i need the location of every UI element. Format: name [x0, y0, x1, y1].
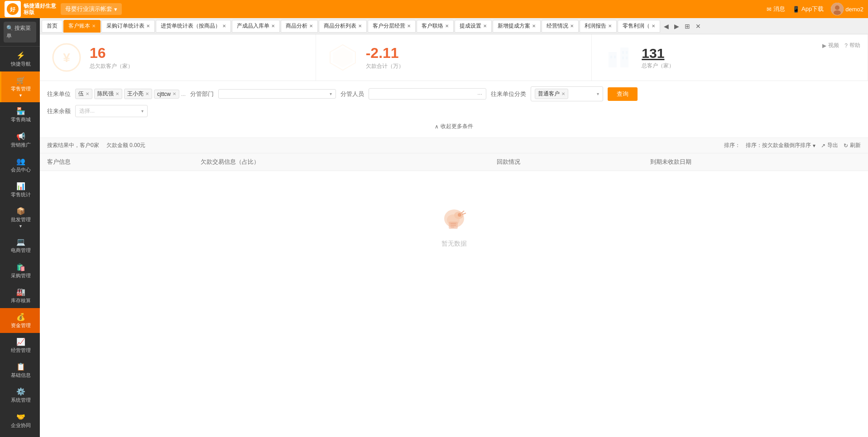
- download-icon: 📱: [792, 6, 800, 13]
- tabs-close-all-btn[interactable]: ✕: [693, 23, 704, 30]
- sidebar-nav-item-ecommerce[interactable]: 💻 电商管理: [0, 233, 40, 258]
- retail-store-icon: 🏪: [16, 107, 25, 115]
- filter-tag-cjttcw: cjttcw ✕: [154, 90, 179, 99]
- tabs-scroll-right[interactable]: ▶: [671, 23, 682, 30]
- content-area: 首页 客户账本 ✕ 采购订单统计表 ✕ 进货单统计表（按商品） ✕ 产成品入库单…: [40, 18, 868, 437]
- close-tab-goods-analysis[interactable]: ✕: [309, 24, 313, 28]
- tab-customer-ledger[interactable]: 客户账本 ✕: [63, 20, 101, 33]
- sidebar-nav-item-enterprise[interactable]: 🤝 企业协同: [0, 408, 40, 433]
- tab-product-warehousing[interactable]: 产成品入库单 ✕: [232, 20, 280, 33]
- unit-filter-label: 往来单位: [47, 90, 71, 98]
- filter-more-btn[interactable]: ...: [181, 91, 186, 97]
- close-tab-retail-profit[interactable]: ✕: [652, 24, 655, 28]
- close-tab-warehousing[interactable]: ✕: [271, 24, 275, 28]
- industry-selector[interactable]: 母婴行业演示帐套 ▾: [61, 3, 122, 15]
- help-btn[interactable]: ? 帮助: [844, 42, 860, 49]
- tabs-scroll-left[interactable]: ◀: [661, 23, 671, 30]
- diamond-bg-icon: [327, 42, 359, 73]
- sidebar-nav-item-guide[interactable]: 🎯 新手引导: [0, 433, 40, 437]
- tab-profit-report[interactable]: 利润报告 ✕: [580, 20, 617, 33]
- messages-btn[interactable]: ✉ 消息: [767, 5, 785, 13]
- tab-new-commission[interactable]: 新增提成方案 ✕: [493, 20, 541, 33]
- person-more-icon[interactable]: ···: [477, 90, 482, 97]
- sidebar-nav-item-inventory[interactable]: 🏭 库存核算: [0, 283, 40, 308]
- refresh-button[interactable]: ↻ 刷新: [844, 142, 861, 149]
- dept-arrow-icon: ▾: [330, 91, 332, 96]
- tab-commission-setting[interactable]: 提成设置 ✕: [455, 20, 492, 33]
- tab-goods-analysis-list[interactable]: 商品分析列表 ✕: [319, 20, 367, 33]
- sidebar-nav-item-wholesale[interactable]: 📦 批发管理 ▼: [0, 202, 40, 233]
- dept-select[interactable]: ▾: [218, 89, 336, 99]
- close-tab-customer-contact[interactable]: ✕: [445, 24, 449, 28]
- stat-item-amount: -2.11 欠款合计（万）: [316, 34, 592, 81]
- top-bar-right: ✉ 消息 📱 App下载 demo2: [767, 3, 863, 15]
- sidebar-nav-item-member[interactable]: 👥 会员中心: [0, 152, 40, 177]
- video-btn[interactable]: ▶ 视频: [822, 42, 839, 49]
- sidebar-nav-item-retail-mgmt[interactable]: 🛒 零售管理 ▼: [0, 71, 40, 102]
- collapse-up-icon: ∧: [435, 124, 439, 130]
- tab-customer-contact[interactable]: 客户联络 ✕: [417, 20, 454, 33]
- close-tab-purchase[interactable]: ✕: [146, 24, 150, 28]
- export-button[interactable]: ↗ 导出: [821, 142, 838, 149]
- close-tab-customer-layer[interactable]: ✕: [407, 24, 411, 28]
- balance-select[interactable]: 选择... ▾: [75, 105, 148, 117]
- collapse-button[interactable]: ∧ 收起更多条件: [435, 123, 473, 130]
- results-bar: 搜索结果中，客户0家 欠款金额 0.00元 排序： 排序：按欠款金额倒序排序 ▾…: [40, 138, 868, 153]
- remove-tag-wu[interactable]: ✕: [86, 91, 89, 96]
- yuan-bg-icon: ¥: [51, 42, 82, 73]
- tab-retail-profit[interactable]: 零售利润（ ✕: [618, 20, 660, 33]
- close-tab-customer-ledger[interactable]: ✕: [92, 24, 96, 28]
- class-select[interactable]: 普通客户 ✕ ▾: [531, 86, 603, 101]
- remove-class-tag[interactable]: ✕: [561, 91, 565, 96]
- stat-value-amount: -2.11: [366, 45, 404, 62]
- close-tab-goods-in[interactable]: ✕: [222, 24, 226, 28]
- tab-customer-layer[interactable]: 客户分层经营 ✕: [368, 20, 416, 33]
- filter-tag-wang: 王小亮 ✕: [124, 89, 152, 99]
- tab-goods-in[interactable]: 进货单统计表（按商品） ✕: [156, 20, 231, 33]
- sidebar-nav-item-finance[interactable]: 💰 资金管理: [0, 308, 40, 333]
- stat-label-amount: 欠款合计（万）: [366, 62, 404, 70]
- balance-arrow-icon: ▾: [141, 109, 144, 114]
- sidebar-nav-item-basic[interactable]: 📋 基础信息: [0, 358, 40, 383]
- tab-business-status[interactable]: 经营情况 ✕: [542, 20, 579, 33]
- class-tag-normal: 普通客户 ✕: [535, 89, 568, 99]
- close-tab-commission[interactable]: ✕: [483, 24, 487, 28]
- sidebar-nav-item-marketing[interactable]: 📢 营销推广: [0, 128, 40, 152]
- close-tab-profit[interactable]: ✕: [608, 24, 612, 28]
- search-button[interactable]: 查询: [608, 87, 638, 101]
- close-tab-biz-status[interactable]: ✕: [570, 24, 574, 28]
- sidebar-nav-item-sys[interactable]: ⚙️ 系统管理: [0, 383, 40, 408]
- ecommerce-icon: 💻: [16, 238, 25, 246]
- sort-button[interactable]: 排序：按欠款金额倒序排序 ▾: [746, 142, 815, 149]
- ops-icon: 📈: [16, 337, 25, 346]
- stat-label-customers: 总欠款客户（家）: [90, 62, 133, 70]
- tabs-expand-btn[interactable]: ⊞: [682, 23, 693, 30]
- page-content: ¥ 16 总欠款客户（家）: [40, 34, 868, 437]
- sidebar-nav-item-purchase[interactable]: 🛍️ 采购管理: [0, 258, 40, 283]
- building-bg-icon: [603, 42, 634, 73]
- col-debt-info: 欠款交易信息（占比）: [193, 153, 489, 171]
- remove-tag-chen[interactable]: ✕: [115, 91, 119, 96]
- tab-purchase-order[interactable]: 采购订单统计表 ✕: [101, 20, 155, 33]
- col-repayment: 回款情况: [489, 153, 643, 171]
- stat-info-total-customers: 131 总客户（家）: [642, 46, 674, 70]
- svg-rect-11: [610, 56, 612, 58]
- sidebar-nav-item-retail-store[interactable]: 🏪 零售商城: [0, 102, 40, 127]
- tab-home[interactable]: 首页: [42, 20, 62, 33]
- tab-goods-analysis[interactable]: 商品分析 ✕: [281, 20, 318, 33]
- results-summary: 搜索结果中，客户0家 欠款金额 0.00元: [47, 142, 145, 149]
- close-tab-new-commission[interactable]: ✕: [532, 24, 536, 28]
- person-select[interactable]: ···: [369, 88, 486, 100]
- sidebar-nav-item-retail-stats[interactable]: 📊 零售统计: [0, 177, 40, 202]
- close-tab-goods-list[interactable]: ✕: [358, 24, 362, 28]
- svg-text:¥: ¥: [63, 51, 70, 65]
- marketing-icon: 📢: [16, 132, 25, 141]
- remove-tag-wang[interactable]: ✕: [145, 91, 149, 96]
- sidebar-nav-item-quick-nav[interactable]: ⚡ 快捷导航: [0, 47, 40, 71]
- sidebar-nav-item-ops[interactable]: 📈 经营管理: [0, 333, 40, 358]
- app-download-btn[interactable]: 📱 App下载: [792, 5, 824, 13]
- search-menu-button[interactable]: 🔍 搜索菜单: [4, 22, 36, 43]
- remove-tag-cjttcw[interactable]: ✕: [173, 91, 176, 96]
- user-menu[interactable]: demo2: [831, 3, 863, 15]
- collapse-row: ∧ 收起更多条件: [47, 121, 861, 132]
